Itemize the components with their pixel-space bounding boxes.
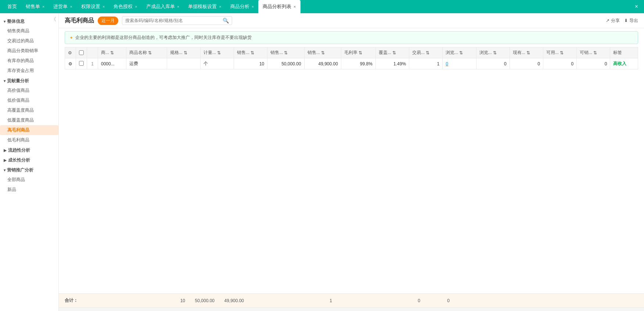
row-tag: 高收入	[610, 58, 638, 69]
sidebar-item-low-coverage[interactable]: 低覆盖度商品	[0, 115, 58, 125]
th-sales3[interactable]: 销售...⇅	[304, 47, 341, 58]
search-input-wrap: 🔍	[122, 16, 232, 25]
expand-arrow-growth: ▶	[4, 158, 7, 162]
nav-sales-order[interactable]: 销售单 ×	[21, 0, 49, 13]
close-nav-2[interactable]: ×	[70, 4, 72, 9]
footer-cell-current: 0	[394, 298, 423, 303]
nav-product-analysis[interactable]: 商品分析 ×	[226, 0, 258, 13]
page-title: 高毛利商品	[65, 17, 94, 25]
th-checkbox[interactable]	[76, 47, 87, 58]
th-name[interactable]: 商品名称⇅	[126, 47, 167, 58]
sidebar-item-new-goods[interactable]: 新品	[0, 185, 58, 195]
close-all-button[interactable]: ×	[632, 3, 641, 10]
sidebar: 《 ▾ 整体信息 销售类商品 交易过的商品 商品分类助销率 有库存的商品 库存资…	[0, 13, 59, 311]
sidebar-group-trend[interactable]: ▶ 流趋性分析	[0, 145, 58, 155]
th-saleable[interactable]: 可销...⇅	[577, 47, 610, 58]
sidebar-item-traded-goods[interactable]: 交易过的商品	[0, 36, 58, 46]
nav-role-auth[interactable]: 角色授权 ×	[109, 0, 141, 13]
nav-product-analysis-list[interactable]: 商品分析列表 ×	[258, 0, 300, 13]
sidebar-item-all-goods[interactable]: 全部商品	[0, 175, 58, 185]
footer-cell-sales2: 50,000.00	[188, 298, 217, 303]
main-layout: 《 ▾ 整体信息 销售类商品 交易过的商品 商品分类助销率 有库存的商品 库存资…	[0, 13, 644, 311]
select-all-checkbox[interactable]	[79, 50, 84, 55]
time-filter-button[interactable]: 近一月	[98, 17, 118, 25]
footer-cell-browse1	[335, 298, 364, 303]
th-available[interactable]: 可用...⇅	[543, 47, 576, 58]
th-browse1[interactable]: 浏览...⇅	[443, 47, 476, 58]
row-gross-rate: 99.8%	[341, 58, 375, 69]
row-sales2: 50,000.00	[267, 58, 304, 69]
top-navigation: 首页 销售单 × 进货单 × 权限设置 × 角色授权 × 产成品入库单 × 单据…	[0, 0, 644, 13]
close-nav-1[interactable]: ×	[42, 4, 44, 9]
footer-cell-saleable	[453, 298, 482, 303]
sidebar-group-growth[interactable]: ▶ 成长性分析	[0, 155, 58, 165]
nav-product-inbound[interactable]: 产成品入库单 ×	[142, 0, 184, 13]
footer-cell-gross	[247, 298, 276, 303]
sidebar-item-stock-fund[interactable]: 库存资金占用	[0, 66, 58, 76]
th-code[interactable]: 商...⇅	[98, 47, 126, 58]
row-checkbox[interactable]	[76, 58, 87, 69]
close-nav-5[interactable]: ×	[177, 4, 179, 9]
nav-purchase-order[interactable]: 进货单 ×	[49, 0, 76, 13]
th-unit[interactable]: 计量...⇅	[200, 47, 234, 58]
sidebar-group-contribution[interactable]: ▾ 贡献量分析	[0, 76, 58, 86]
row-trade: 1	[409, 58, 443, 69]
row-browse1[interactable]: 0	[443, 58, 476, 69]
share-icon: ↗	[606, 18, 609, 23]
nav-permission-settings[interactable]: 权限设置 ×	[77, 0, 109, 13]
bottom-scrollbar[interactable]	[59, 307, 644, 311]
sidebar-collapse-button[interactable]: 《	[51, 16, 56, 23]
th-coverage[interactable]: 覆盖...⇅	[375, 47, 409, 58]
share-button[interactable]: ↗ 分享	[606, 18, 620, 24]
sidebar-group-overall[interactable]: ▾ 整体信息	[0, 16, 58, 26]
sidebar-item-category-rate[interactable]: 商品分类助销率	[0, 46, 58, 56]
row-unit: 个	[200, 58, 234, 69]
content-header: 高毛利商品 近一月 🔍 ↗ 分享 ⬇ 导出	[59, 13, 644, 28]
th-browse2[interactable]: 浏览...⇅	[476, 47, 510, 58]
th-spec[interactable]: 规格...⇅	[167, 47, 200, 58]
sidebar-item-high-value[interactable]: 高价值商品	[0, 86, 58, 95]
row-current: 0	[510, 58, 543, 69]
footer-cell-sales1: 10	[159, 298, 188, 303]
expand-arrow-contribution: ▾	[4, 79, 6, 83]
footer-cell-trade: 1	[306, 298, 335, 303]
search-input[interactable]	[125, 18, 223, 23]
table-header-row: ⚙ 商...⇅ 商品名称⇅ 规格...⇅ 计量...⇅ 销售...⇅ 销售...…	[65, 47, 638, 58]
th-sales1[interactable]: 销售...⇅	[234, 47, 267, 58]
sidebar-item-sales-goods[interactable]: 销售类商品	[0, 26, 58, 36]
close-nav-8[interactable]: ×	[294, 4, 296, 9]
close-nav-3[interactable]: ×	[102, 4, 105, 9]
footer-cell-spacer	[85, 298, 159, 303]
table-body: ⚙ 1 0000... 运费 个 10 50,000.00 49,900.00 …	[65, 58, 638, 69]
export-button[interactable]: ⬇ 导出	[624, 18, 638, 24]
row-sales3: 49,900.00	[304, 58, 341, 69]
th-sales2[interactable]: 销售...⇅	[267, 47, 304, 58]
footer-cell-available: 0	[423, 298, 453, 303]
sidebar-item-high-coverage[interactable]: 高覆盖度商品	[0, 105, 58, 115]
close-nav-6[interactable]: ×	[219, 4, 221, 9]
footer-cell-browse2	[364, 298, 394, 303]
footer-total-row: 合计： 10 50,000.00 49,900.00 1 0 0	[59, 293, 644, 307]
row-saleable: 0	[577, 58, 610, 69]
row-action-gear[interactable]: ⚙	[65, 58, 76, 69]
th-gear[interactable]: ⚙	[65, 47, 76, 58]
sidebar-item-stock-goods[interactable]: 有库存的商品	[0, 56, 58, 66]
th-trade[interactable]: 交易...⇅	[409, 47, 443, 58]
row-sales1: 10	[234, 58, 267, 69]
th-gross-rate[interactable]: 毛利率⇅	[341, 47, 375, 58]
th-current[interactable]: 现有...⇅	[510, 47, 543, 58]
close-nav-4[interactable]: ×	[135, 4, 137, 9]
nav-home[interactable]: 首页	[3, 0, 21, 13]
row-code: 0000...	[98, 58, 126, 69]
search-icon[interactable]: 🔍	[223, 18, 229, 23]
expand-arrow-overall: ▾	[4, 19, 6, 23]
sidebar-item-low-value[interactable]: 低价值商品	[0, 95, 58, 105]
row-available: 0	[543, 58, 576, 69]
sidebar-group-marketing[interactable]: ▾ 营销推广分析	[0, 165, 58, 175]
th-num	[87, 47, 98, 58]
nav-template-settings[interactable]: 单据模板设置 ×	[184, 0, 226, 13]
sidebar-item-low-margin[interactable]: 低毛利商品	[0, 135, 58, 145]
close-nav-7[interactable]: ×	[252, 4, 254, 9]
info-icon: ✦	[69, 35, 73, 40]
sidebar-item-high-margin[interactable]: 高毛利商品	[0, 125, 58, 135]
